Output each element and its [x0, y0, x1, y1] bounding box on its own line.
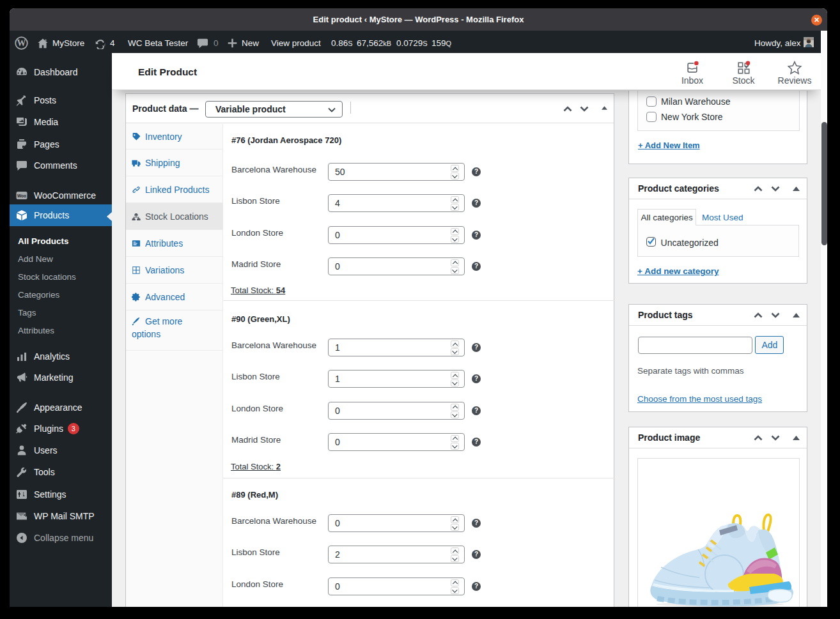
- svg-text:W: W: [17, 38, 26, 48]
- svg-text:Woo: Woo: [17, 193, 26, 197]
